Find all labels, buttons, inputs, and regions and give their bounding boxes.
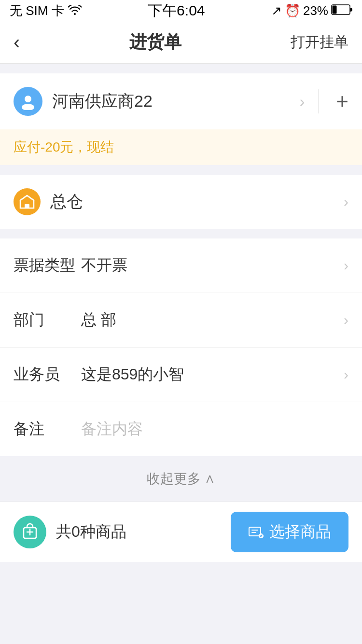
section-gap-1: [0, 64, 362, 73]
notice-banner: 应付-20元，现结: [0, 129, 362, 165]
wifi-icon: [68, 3, 82, 18]
goods-icon: [14, 516, 46, 548]
notice-text: 应付-20元，现结: [14, 140, 114, 154]
invoice-value: 不开票: [81, 255, 344, 276]
supplier-row[interactable]: 河南供应商22 › +: [0, 73, 362, 129]
bottom-bar: 共0种商品 选择商品: [0, 502, 362, 562]
add-button[interactable]: +: [336, 89, 348, 113]
collapse-row[interactable]: 收起更多 ∧: [0, 456, 362, 502]
warehouse-section[interactable]: 总仓 ›: [0, 175, 362, 229]
select-goods-label: 选择商品: [269, 521, 331, 543]
status-bar-left: 无 SIM 卡: [10, 2, 82, 19]
remark-row[interactable]: 备注 备注内容: [0, 402, 362, 456]
salesperson-value: 这是859的小智: [81, 364, 344, 385]
goods-count: 共0种商品: [56, 521, 231, 543]
invoice-label: 票据类型: [14, 255, 81, 276]
remark-label: 备注: [14, 419, 81, 440]
supplier-avatar: [14, 87, 42, 116]
salesperson-label: 业务员: [14, 364, 81, 385]
warehouse-row[interactable]: 总仓 ›: [0, 175, 362, 229]
status-bar: 无 SIM 卡 下午6:04 ↗ ⏰ 23%: [0, 0, 362, 21]
remark-input[interactable]: 备注内容: [81, 419, 348, 440]
warehouse-chevron-icon: ›: [344, 194, 348, 210]
salesperson-chevron-icon: ›: [344, 366, 348, 383]
divider: [318, 89, 319, 113]
status-bar-time: 下午6:04: [148, 1, 205, 21]
invoice-chevron-icon: ›: [344, 257, 348, 274]
page-title: 进货单: [129, 30, 181, 54]
back-button[interactable]: ‹: [14, 31, 20, 53]
svg-rect-1: [332, 5, 336, 14]
invoice-row[interactable]: 票据类型 不开票 ›: [0, 238, 362, 293]
svg-rect-6: [249, 527, 261, 536]
svg-point-2: [25, 96, 31, 102]
dept-chevron-icon: ›: [344, 312, 348, 328]
section-gap-3: [0, 229, 362, 238]
supplier-chevron-icon: ›: [300, 93, 305, 111]
location-icon: ↗: [271, 3, 282, 18]
select-goods-button[interactable]: 选择商品: [231, 512, 348, 552]
form-section: 票据类型 不开票 › 部门 总 部 › 业务员 这是859的小智 › 备注 备注…: [0, 238, 362, 456]
salesperson-row[interactable]: 业务员 这是859的小智 ›: [0, 348, 362, 402]
page-background: [0, 562, 362, 644]
no-sim-label: 无 SIM 卡: [10, 2, 64, 19]
dept-label: 部门: [14, 309, 81, 331]
svg-point-3: [22, 104, 34, 110]
battery-label: 23%: [303, 3, 328, 18]
warehouse-name: 总仓: [50, 191, 344, 213]
dept-value: 总 部: [81, 309, 344, 331]
status-bar-right: ↗ ⏰ 23%: [271, 3, 352, 18]
dept-row[interactable]: 部门 总 部 ›: [0, 293, 362, 348]
battery-icon: [331, 3, 352, 18]
collapse-label: 收起更多 ∧: [147, 470, 216, 488]
open-pending-button[interactable]: 打开挂单: [291, 32, 348, 52]
section-gap-2: [0, 165, 362, 175]
supplier-section: 河南供应商22 › + 应付-20元，现结: [0, 73, 362, 165]
supplier-name: 河南供应商22: [52, 90, 300, 112]
svg-rect-4: [25, 204, 29, 208]
warehouse-icon: [14, 188, 41, 215]
nav-bar: ‹ 进货单 打开挂单: [0, 21, 362, 64]
alarm-icon: ⏰: [285, 3, 300, 18]
